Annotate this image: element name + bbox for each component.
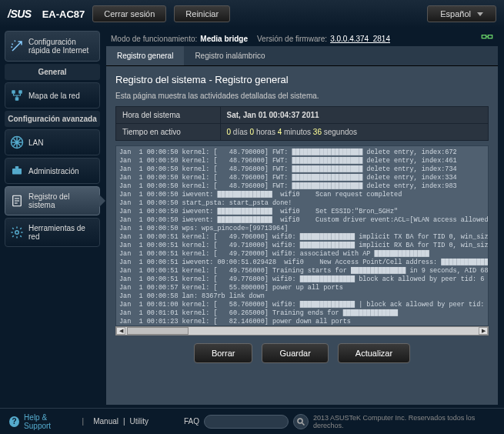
faq-search-button[interactable]: [293, 414, 309, 429]
log-textarea[interactable]: Jan 1 00:00:50 kernel: [ 48.790000] FWT:…: [115, 145, 489, 326]
tools-icon: [10, 225, 24, 239]
system-time-label: Hora del sistema: [116, 107, 221, 124]
lan-icon: [10, 135, 24, 149]
sidebar-section-general: General: [5, 64, 100, 80]
scroll-right-button[interactable]: ▶: [479, 327, 488, 335]
logout-button[interactable]: Cerrar sesión: [92, 5, 166, 22]
sidebar-item-label: Registro del sistema: [28, 192, 95, 209]
svg-rect-4: [12, 169, 22, 175]
save-button[interactable]: Guardar: [262, 343, 328, 363]
info-table: Hora del sistema Sat, Jan 01 00:04:37 20…: [115, 106, 489, 141]
svg-rect-2: [15, 97, 19, 101]
svg-rect-9: [488, 35, 492, 38]
brand-logo: /SUS EA-AC87: [8, 8, 85, 20]
svg-point-10: [298, 419, 302, 423]
refresh-button[interactable]: Actualizar: [338, 343, 410, 363]
model-text: EA-AC87: [42, 8, 85, 20]
svg-rect-0: [12, 90, 15, 94]
header-bar: /SUS EA-AC87 Cerrar sesión Reiniciar Esp…: [0, 0, 504, 28]
mode-label: Modo de funcionamiento:: [111, 35, 197, 43]
sidebar-item-network-tools[interactable]: Herramientas de red: [5, 218, 100, 247]
table-row: Tiempo en activo 0 días 0 horas 4 minuto…: [116, 124, 489, 141]
mode-value: Media bridge: [200, 35, 248, 43]
tab-bar: Registro general Registro inalámbrico: [106, 46, 498, 66]
clear-button[interactable]: Borrar: [194, 343, 253, 363]
faq-label: FAQ: [184, 417, 199, 426]
help-support-link[interactable]: Help & Support: [24, 413, 72, 430]
chevron-down-icon: [477, 12, 483, 16]
tab-general-log[interactable]: Registro general: [106, 46, 184, 65]
fw-label: Versión de firmware:: [257, 35, 327, 43]
table-row: Hora del sistema Sat, Jan 01 00:04:37 20…: [116, 107, 489, 124]
footer-bar: ? Help & Support | Manual | Utility FAQ …: [0, 408, 504, 434]
sidebar-item-system-log[interactable]: Registro del sistema: [5, 186, 100, 215]
sidebar: Configuración rápida de Internet General…: [0, 28, 103, 408]
sidebar-item-label: Herramientas de red: [28, 224, 95, 241]
faq-search-input[interactable]: [204, 415, 289, 429]
manual-link[interactable]: Manual: [93, 417, 118, 426]
scroll-thumb[interactable]: [127, 327, 189, 335]
uptime-value: 0 días 0 horas 4 minutos 36 segundos: [220, 124, 488, 141]
network-map-icon: [10, 88, 24, 102]
sidebar-item-label: Configuración rápida de Internet: [28, 38, 95, 55]
sidebar-item-network-map[interactable]: Mapa de la red: [5, 82, 100, 108]
help-icon: ?: [9, 416, 19, 427]
sidebar-item-admin[interactable]: Administración: [5, 158, 100, 184]
page-title: Registro del sistema - Registro general: [115, 74, 489, 85]
sidebar-quick-setup[interactable]: Configuración rápida de Internet: [5, 31, 100, 62]
sidebar-section-advanced: Configuración avanzada: [5, 111, 100, 127]
language-dropdown[interactable]: Español: [427, 5, 496, 22]
sidebar-item-label: Mapa de la red: [28, 92, 80, 100]
svg-rect-5: [15, 166, 19, 169]
connection-status-icon[interactable]: [481, 33, 493, 44]
svg-point-7: [15, 231, 19, 235]
log-icon: [10, 194, 24, 208]
language-label: Español: [440, 9, 471, 18]
button-row: Borrar Guardar Actualizar: [115, 336, 489, 366]
sidebar-item-label: LAN: [28, 139, 43, 147]
svg-rect-1: [18, 90, 22, 94]
uptime-label: Tiempo en activo: [116, 124, 221, 141]
scroll-left-button[interactable]: ◀: [116, 327, 125, 335]
page-description: Esta página muestra las actividades deta…: [115, 92, 489, 100]
content-panel: Registro del sistema - Registro general …: [106, 66, 498, 405]
status-line: Modo de funcionamiento: Media bridge Ver…: [106, 31, 498, 46]
sidebar-item-lan[interactable]: LAN: [5, 129, 100, 155]
sidebar-item-label: Administración: [28, 167, 79, 175]
wand-icon: [10, 39, 24, 53]
brand-text: /SUS: [8, 8, 32, 20]
utility-link[interactable]: Utility: [130, 417, 149, 426]
reboot-button[interactable]: Reiniciar: [174, 5, 230, 22]
system-time-value: Sat, Jan 01 00:04:37 2011: [227, 111, 319, 119]
admin-icon: [10, 164, 24, 178]
main-content: Modo de funcionamiento: Media bridge Ver…: [103, 28, 504, 408]
svg-rect-8: [482, 35, 486, 38]
firmware-version-link[interactable]: 3.0.0.4.374_2814: [330, 35, 390, 43]
copyright-text: 2013 ASUSTeK Computer Inc. Reservados to…: [313, 414, 495, 429]
tab-wireless-log[interactable]: Registro inalámbrico: [184, 46, 275, 65]
horizontal-scrollbar[interactable]: ◀ ▶: [115, 326, 489, 336]
